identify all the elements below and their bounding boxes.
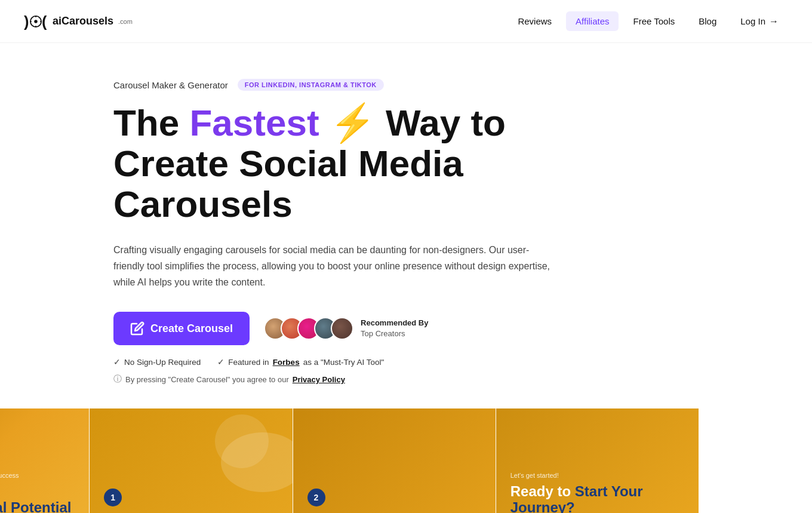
carousel-card-4: Let's get started! Ready to Start Your J…	[496, 408, 699, 513]
card-4-title: Ready to Start Your Journey?	[510, 484, 684, 513]
card-3-number: 2	[307, 489, 325, 506]
card-4-content: Let's get started! Ready to Start Your J…	[496, 408, 699, 513]
title-part1: The	[113, 102, 189, 143]
trust-item-signup: ✓ No Sign-Up Required	[113, 357, 201, 367]
badge-row: Carousel Maker & Generator FOR LINKEDIN,…	[113, 79, 573, 91]
check-icon-2: ✓	[217, 357, 224, 367]
edit-icon	[130, 321, 144, 336]
nav-link-free-tools[interactable]: Free Tools	[623, 11, 684, 31]
trust-prefix-2: Featured in	[228, 358, 269, 367]
platform-badge: FOR LINKEDIN, INSTAGRAM & TIKTOK	[238, 79, 384, 91]
card-2-content: 1 Define Your Idea A solid foundation st…	[90, 408, 292, 513]
svg-text:): )	[24, 13, 29, 30]
info-icon: ⓘ	[113, 374, 122, 385]
privacy-policy-link[interactable]: Privacy Policy	[293, 375, 345, 384]
trust-label-1: No Sign-Up Required	[124, 358, 201, 367]
logo-icon: ) (	[24, 12, 48, 31]
card-4-label: Let's get started!	[510, 472, 684, 479]
recommended-block: Recommended By Top Creators	[264, 317, 428, 340]
cta-label: Create Carousel	[150, 322, 233, 335]
trust-row: ✓ No Sign-Up Required ✓ Featured in Forb…	[113, 357, 573, 367]
svg-point-2	[34, 20, 37, 23]
cta-row: Create Carousel Recommended By Top Creat…	[113, 312, 573, 345]
carousel-card-1: Learn how to turn an idea into a success…	[0, 408, 89, 513]
avatar-group	[264, 317, 353, 340]
navbar: ) ( aiCarousels.com Reviews Affiliates F…	[0, 0, 812, 43]
forbes-link[interactable]: Forbes	[273, 358, 300, 367]
carousel-card-3: 2 Create a Plan Set goals, create a budg…	[293, 408, 496, 513]
nav-link-reviews[interactable]: Reviews	[508, 11, 561, 31]
login-label: Log In	[740, 16, 765, 26]
nav-links: Reviews Affiliates Free Tools Blog Log I…	[508, 11, 788, 32]
card-1-content: Learn how to turn an idea into a success…	[0, 408, 89, 513]
privacy-row: ⓘ By pressing "Create Carousel" you agre…	[113, 374, 573, 385]
avatar-5	[331, 317, 353, 340]
card-1-label: Learn how to turn an idea into a success	[0, 472, 75, 479]
title-accent: Fastest	[189, 102, 319, 143]
trust-suffix-2: as a "Must-Try AI Tool"	[303, 358, 385, 367]
card-2-number: 1	[104, 489, 122, 506]
login-arrow-icon: →	[769, 16, 779, 27]
logo-sub: .com	[118, 18, 133, 25]
title-emoji: ⚡	[319, 102, 376, 143]
carousel-preview: Learn how to turn an idea into a success…	[0, 408, 699, 513]
trust-item-forbes: ✓ Featured in Forbes as a "Must-Try AI T…	[217, 357, 384, 367]
nav-link-blog[interactable]: Blog	[689, 11, 726, 31]
privacy-prefix: By pressing "Create Carousel" you agree …	[125, 375, 289, 384]
recommended-by: Recommended By	[361, 318, 428, 328]
hero-section: Carousel Maker & Generator FOR LINKEDIN,…	[0, 43, 573, 385]
login-button[interactable]: Log In →	[731, 11, 788, 32]
hero-description: Crafting visually engaging carousels for…	[113, 242, 555, 291]
hero-title: The Fastest ⚡ Way to Create Social Media…	[113, 103, 531, 225]
nav-link-affiliates[interactable]: Affiliates	[566, 11, 619, 31]
top-creators: Top Creators	[361, 329, 405, 338]
card-1-title: Unlock YourEntrepreneurial Potential	[0, 484, 75, 513]
page-subtitle: Carousel Maker & Generator	[113, 80, 228, 90]
svg-text:(: (	[42, 13, 47, 30]
recommended-text: Recommended By Top Creators	[361, 318, 428, 339]
logo[interactable]: ) ( aiCarousels.com	[24, 12, 133, 31]
check-icon-1: ✓	[113, 357, 121, 367]
logo-text: aiCarousels	[53, 15, 113, 27]
card-3-content: 2 Create a Plan Set goals, create a budg…	[293, 408, 496, 513]
carousel-card-2: 1 Define Your Idea A solid foundation st…	[90, 408, 292, 513]
create-carousel-button[interactable]: Create Carousel	[113, 312, 250, 345]
